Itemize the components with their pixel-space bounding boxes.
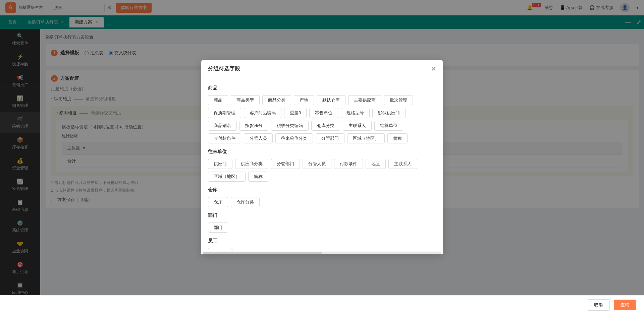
group-title-employee: 员工	[208, 238, 436, 244]
field-main-contact[interactable]: 主联系人	[343, 121, 372, 131]
field-party-region[interactable]: 地区	[366, 159, 386, 169]
field-payment-terms[interactable]: 收付款条件	[208, 133, 241, 143]
group-title-product: 商品	[208, 85, 436, 91]
confirm-button[interactable]: 查询	[614, 300, 636, 310]
field-party-area[interactable]: 区域（地区）	[208, 172, 246, 182]
field-salesperson[interactable]: 业务员	[208, 248, 232, 251]
field-product-category[interactable]: 商品分类	[262, 95, 291, 105]
field-origin[interactable]: 产地	[294, 95, 314, 105]
field-supplier[interactable]: 供应商	[208, 159, 232, 169]
field-party-contact[interactable]: 主联系人	[388, 159, 417, 169]
field-tax-code[interactable]: 税收分类编码	[271, 121, 309, 131]
field-warehouse-category[interactable]: 仓库分类	[311, 121, 340, 131]
field-shelf-life[interactable]: 保质期管理	[208, 108, 241, 118]
field-product-type[interactable]: 商品类型	[231, 95, 260, 105]
field-settlement-unit[interactable]: 结算单位	[374, 121, 403, 131]
hscroll-thumb	[203, 252, 322, 254]
hscroll-track	[203, 252, 441, 254]
field-batch-mgmt[interactable]: 批次管理	[384, 95, 413, 105]
modal-hscrollbar[interactable]	[201, 251, 443, 254]
field-dept[interactable]: 部门	[208, 223, 228, 233]
party-fields: 供应商 供应商分类 分管部门 分管人员 付款条件 地区 主联系人 区域（地区） …	[208, 159, 436, 182]
product-fields: 商品 商品类型 商品分类 产地 默认仓库 主要供应商 批次管理 保质期管理 客户…	[208, 95, 436, 143]
modal-body[interactable]: 商品 商品 商品类型 商品分类 产地 默认仓库 主要供应商 批次管理 保质期管理…	[201, 77, 443, 251]
field-default-supplier[interactable]: 默认供应商	[372, 108, 406, 118]
field-weight3[interactable]: 重量3	[284, 108, 307, 118]
field-supplier-category[interactable]: 供应商分类	[235, 159, 268, 169]
field-retail-unit[interactable]: 零售单位	[309, 108, 338, 118]
field-warehouse[interactable]: 仓库	[208, 197, 228, 207]
field-main-supplier[interactable]: 主要供应商	[348, 95, 381, 105]
field-manager[interactable]: 分管人员	[244, 133, 273, 143]
field-party-category[interactable]: 往来单位分类	[275, 133, 313, 143]
modal-close-icon[interactable]: ✕	[431, 65, 436, 73]
group-title-party: 往来单位	[208, 149, 436, 155]
field-region[interactable]: 区域（地区）	[347, 133, 385, 143]
field-product-alias[interactable]: 商品别名	[208, 121, 237, 131]
dept-fields: 部门	[208, 223, 436, 233]
field-default-warehouse[interactable]: 默认仓库	[317, 95, 345, 105]
field-dept-manage[interactable]: 分管部门	[316, 133, 344, 143]
field-party-shortname[interactable]: 简称	[248, 172, 268, 182]
group-title-dept: 部门	[208, 212, 436, 218]
bottom-action-bar: 取消 查询	[0, 295, 644, 314]
cancel-button[interactable]: 取消	[587, 299, 610, 311]
field-pick-points[interactable]: 拣货积分	[239, 121, 268, 131]
group-title-warehouse: 仓库	[208, 187, 436, 193]
field-short-name[interactable]: 简称	[387, 133, 408, 143]
warehouse-fields: 仓库 仓库分类	[208, 197, 436, 207]
field-party-manager[interactable]: 分管人员	[303, 159, 331, 169]
field-party-payment[interactable]: 付款条件	[334, 159, 363, 169]
modal-title: 分组待选字段	[208, 65, 240, 72]
field-spec-model[interactable]: 规格型号	[341, 108, 370, 118]
employee-fields: 业务员	[208, 248, 436, 251]
field-customer-code[interactable]: 客户商品编码	[244, 108, 281, 118]
field-warehouse-cat[interactable]: 仓库分类	[231, 197, 260, 207]
field-selection-modal: 分组待选字段 ✕ 商品 商品 商品类型 商品分类 产地 默认仓库 主要供应商 批…	[201, 60, 443, 254]
field-product[interactable]: 商品	[208, 95, 228, 105]
modal-header: 分组待选字段 ✕	[201, 60, 443, 77]
field-party-dept[interactable]: 分管部门	[271, 159, 300, 169]
